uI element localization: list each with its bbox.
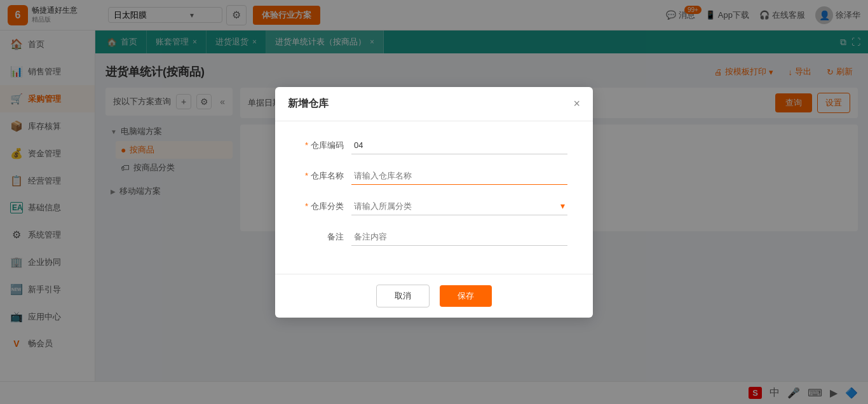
category-select-wrapper: ▾ — [351, 198, 567, 215]
cancel-btn[interactable]: 取消 — [376, 285, 430, 307]
note-label: 备注 — [301, 231, 351, 243]
note-input[interactable] — [351, 228, 567, 246]
modal-title: 新增仓库 — [288, 97, 329, 111]
category-label: 仓库分类 — [301, 201, 351, 212]
category-dropdown-icon[interactable]: ▾ — [560, 201, 567, 211]
modal-header: 新增仓库 × — [275, 87, 593, 121]
name-label: 仓库名称 — [301, 170, 351, 182]
category-input[interactable] — [351, 198, 560, 215]
name-input[interactable] — [351, 167, 567, 185]
code-label: 仓库编码 — [301, 140, 351, 151]
modal-footer: 取消 保存 — [275, 274, 593, 318]
form-row-category: 仓库分类 ▾ — [301, 198, 567, 215]
form-row-note: 备注 — [301, 228, 567, 246]
form-row-name: 仓库名称 — [301, 167, 567, 185]
modal-overlay: 新增仓库 × 仓库编码 仓库名称 仓库分类 ▾ — [0, 0, 868, 404]
save-btn[interactable]: 保存 — [440, 285, 492, 307]
new-warehouse-modal: 新增仓库 × 仓库编码 仓库名称 仓库分类 ▾ — [275, 87, 593, 318]
code-input[interactable] — [351, 137, 567, 154]
modal-body: 仓库编码 仓库名称 仓库分类 ▾ 备注 — [275, 121, 593, 274]
modal-close-btn[interactable]: × — [573, 97, 580, 111]
form-row-code: 仓库编码 — [301, 137, 567, 154]
